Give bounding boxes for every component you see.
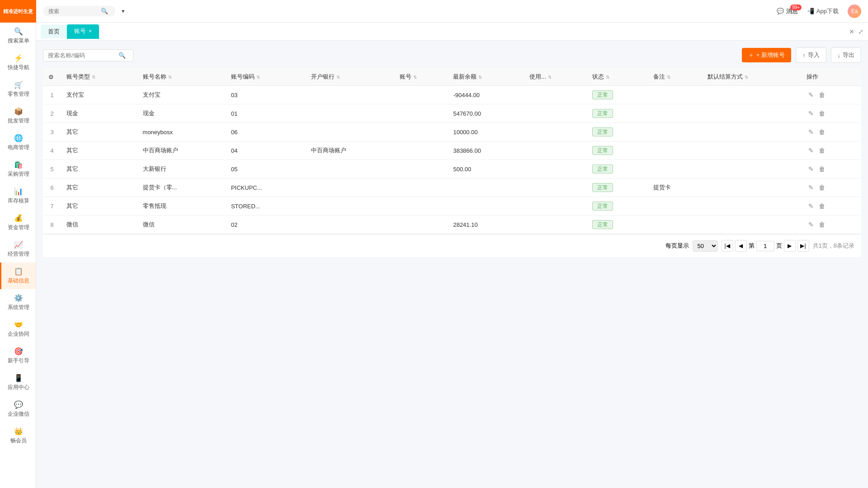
toolbar: 🔍 ＋ + 新增账号 ↑ 导入 ↓ 导出 <box>43 47 861 63</box>
sidebar-item-label: 畅会员 <box>10 437 27 445</box>
sidebar-item-inventory[interactable]: 📊 库存核算 <box>0 183 36 209</box>
tab-home[interactable]: 首页 <box>41 25 67 38</box>
col-settings[interactable]: ⚙ <box>43 68 61 86</box>
col-name[interactable]: 账号名称 ⇅ <box>137 68 226 86</box>
tab-account[interactable]: 账号 × <box>67 24 99 39</box>
row-code: 02 <box>226 216 306 234</box>
row-actions: ✎ 🗑 <box>801 141 861 160</box>
toolbar-right: ＋ + 新增账号 ↑ 导入 ↓ 导出 <box>742 47 861 63</box>
page-size-dropdown[interactable]: 50 100 <box>693 240 718 252</box>
import-button[interactable]: ↑ 导入 <box>796 47 826 63</box>
avatar[interactable]: Ea <box>848 5 861 18</box>
sort-type-icon: ⇅ <box>92 75 95 80</box>
row-bank: 中百商场账户 <box>306 141 394 160</box>
page-size-select[interactable]: 50 100 <box>693 240 718 252</box>
maximize-icon[interactable]: ⤢ <box>858 28 863 35</box>
delete-button[interactable]: 🗑 <box>817 183 827 192</box>
content-area: 🔍 ＋ + 新增账号 ↑ 导入 ↓ 导出 <box>36 41 868 488</box>
sidebar-item-retail[interactable]: 🛒 零售管理 <box>0 76 36 103</box>
delete-button[interactable]: 🗑 <box>817 202 827 211</box>
table-search-input[interactable] <box>48 52 116 59</box>
row-balance: 500.00 <box>448 160 524 178</box>
row-status: 正常 <box>587 141 647 160</box>
sidebar-item-search-menu[interactable]: 🔍 搜索菜单 <box>0 23 36 49</box>
col-code[interactable]: 账号编码 ⇅ <box>226 68 306 86</box>
delete-button[interactable]: 🗑 <box>817 90 827 99</box>
sidebar-item-guide[interactable]: 🎯 新手引导 <box>0 343 36 369</box>
edit-button[interactable]: ✎ <box>807 146 816 155</box>
sidebar-item-system[interactable]: ⚙️ 系统管理 <box>0 289 36 316</box>
delete-button[interactable]: 🗑 <box>817 220 827 229</box>
row-usage <box>524 104 587 123</box>
close-window-icon[interactable]: ✕ <box>849 28 854 35</box>
add-account-button[interactable]: ＋ + 新增账号 <box>742 48 791 62</box>
col-balance[interactable]: 最新余额 ⇅ <box>448 68 524 86</box>
topbar-search-input[interactable] <box>48 8 98 14</box>
delete-button[interactable]: 🗑 <box>817 164 827 174</box>
row-settlement <box>702 178 801 197</box>
sidebar-item-purchase[interactable]: 🛍️ 采购管理 <box>0 156 36 183</box>
row-usage <box>524 216 587 234</box>
col-status[interactable]: 状态 ⇅ <box>587 68 647 86</box>
sidebar-item-label: 搜索菜单 <box>8 37 29 45</box>
sidebar-item-operations[interactable]: 📈 经营管理 <box>0 236 36 263</box>
col-usage[interactable]: 使用... ⇅ <box>524 68 587 86</box>
page-input[interactable] <box>756 241 774 251</box>
row-code: 06 <box>226 123 306 141</box>
row-settlement <box>702 86 801 104</box>
row-bank <box>306 197 394 216</box>
edit-button[interactable]: ✎ <box>807 127 816 136</box>
sidebar-item-ecommerce[interactable]: 🌐 电商管理 <box>0 129 36 156</box>
sidebar-item-label: 零售管理 <box>8 90 29 98</box>
app-center-icon: 📱 <box>14 374 23 382</box>
row-actions: ✎ 🗑 <box>801 178 861 197</box>
app-download-button[interactable]: 📲 App下载 <box>807 7 839 15</box>
sidebar-item-wechat[interactable]: 💬 企业微信 <box>0 396 36 422</box>
row-remark <box>648 123 703 141</box>
page-first-button[interactable]: |◀ <box>722 240 733 252</box>
export-button[interactable]: ↓ 导出 <box>831 47 862 63</box>
row-status: 正常 <box>587 160 647 178</box>
edit-button[interactable]: ✎ <box>807 164 816 174</box>
page-last-button[interactable]: ▶| <box>797 240 809 252</box>
sidebar-item-label: 新手引导 <box>8 357 29 365</box>
col-type[interactable]: 账号类型 ⇅ <box>61 68 137 86</box>
row-name: 支付宝 <box>137 86 226 104</box>
delete-button[interactable]: 🗑 <box>817 109 827 118</box>
col-bank[interactable]: 开户银行 ⇅ <box>306 68 394 86</box>
edit-button[interactable]: ✎ <box>807 183 816 192</box>
row-settlement <box>702 123 801 141</box>
row-index: 3 <box>43 123 61 141</box>
search-menu-icon: 🔍 <box>14 27 23 36</box>
row-actions: ✎ 🗑 <box>801 86 861 104</box>
sidebar-item-member[interactable]: 👑 畅会员 <box>0 422 36 449</box>
tab-close-icon[interactable]: × <box>89 28 92 34</box>
edit-button[interactable]: ✎ <box>807 109 816 118</box>
col-account[interactable]: 账号 ⇅ <box>394 68 448 86</box>
sidebar-item-quick-nav[interactable]: ⚡ 快捷导航 <box>0 49 36 76</box>
col-action: 操作 <box>801 68 861 86</box>
sidebar-item-basic-info[interactable]: 📋 基础信息 <box>0 263 36 289</box>
topbar-left: 🔍 ▾ <box>43 6 125 16</box>
page-next-button[interactable]: ▶ <box>784 240 796 252</box>
delete-button[interactable]: 🗑 <box>817 146 827 155</box>
row-name: 现金 <box>137 104 226 123</box>
purchase-icon: 🛍️ <box>14 160 23 169</box>
topbar-dropdown[interactable]: ▾ <box>120 8 125 14</box>
edit-button[interactable]: ✎ <box>807 202 816 211</box>
message-button[interactable]: 💬 消息 99+ <box>777 7 798 15</box>
row-balance <box>448 197 524 216</box>
sidebar-item-app-center[interactable]: 📱 应用中心 <box>0 369 36 396</box>
sidebar-item-finance[interactable]: 💰 资金管理 <box>0 209 36 236</box>
col-settlement[interactable]: 默认结算方式 ⇅ <box>702 68 801 86</box>
row-bank <box>306 123 394 141</box>
sort-bank-icon: ⇅ <box>336 75 340 80</box>
edit-button[interactable]: ✎ <box>807 220 816 229</box>
guide-icon: 🎯 <box>14 347 23 356</box>
edit-button[interactable]: ✎ <box>807 90 816 99</box>
delete-button[interactable]: 🗑 <box>817 127 827 136</box>
col-remark[interactable]: 备注 ⇅ <box>648 68 703 86</box>
page-prev-button[interactable]: ◀ <box>735 240 747 252</box>
sidebar-item-wholesale[interactable]: 📦 批发管理 <box>0 103 36 129</box>
sidebar-item-enterprise[interactable]: 🤝 企业协同 <box>0 316 36 343</box>
